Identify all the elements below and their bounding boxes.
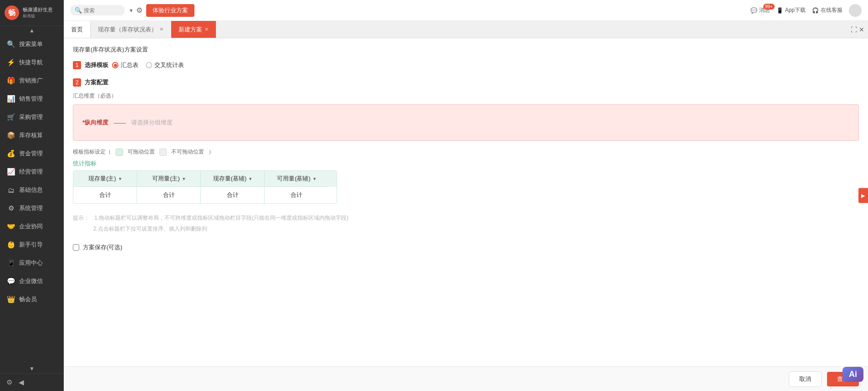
template-radio-group: 汇总表 交叉统计表 xyxy=(112,61,184,69)
save-label: 方案保存(可选) xyxy=(83,243,123,252)
stats-col-1-label: 可用量(主) xyxy=(152,175,180,183)
tab-new-scheme-close[interactable]: ✕ xyxy=(204,26,209,32)
stats-header-cell-3[interactable]: 可用量(基辅) ▾ xyxy=(265,171,328,187)
radio-summary-circle xyxy=(112,62,118,68)
stats-header-cell-0[interactable]: 现存量(主) ▾ xyxy=(73,171,137,187)
user-avatar[interactable] xyxy=(849,4,862,17)
col-1-dropdown-icon[interactable]: ▾ xyxy=(183,176,185,182)
online-service-label: 在线客服 xyxy=(821,6,842,14)
stats-body-cell-2: 合计 xyxy=(201,187,264,203)
dimension-label: 汇总维度（必选） xyxy=(73,92,859,100)
tab-inventory[interactable]: 现存量（库存状况表） ✕ xyxy=(91,21,171,38)
col-0-dropdown-icon[interactable]: ▾ xyxy=(119,176,122,182)
stats-body-cell-3: 合计 xyxy=(265,187,328,203)
app-download-item[interactable]: 📱 App下载 xyxy=(776,6,806,14)
quick-nav-icon: ⚡ xyxy=(6,58,15,67)
vertical-dimension-zone[interactable]: *纵向维度 —— 请选择分组维度 xyxy=(73,104,859,141)
save-row: 方案保存(可选) xyxy=(73,243,859,252)
stats-header-cell-2[interactable]: 现存量(基辅) ▾ xyxy=(201,171,264,187)
scroll-up-arrow[interactable]: ▲ xyxy=(0,26,64,35)
stats-body-col-1: 合计 xyxy=(137,187,201,203)
tab-expand-area: ⛶ ✕ xyxy=(851,26,868,33)
right-edge-button[interactable]: ▶ xyxy=(858,188,868,203)
sidebar-item-wechat[interactable]: 💬 企业微信 xyxy=(0,272,64,290)
tab-inventory-close[interactable]: ✕ xyxy=(159,26,163,32)
sidebar-item-cooperation[interactable]: 🤝 企业协同 xyxy=(0,217,64,236)
sidebar-item-label: 营销推广 xyxy=(19,77,43,85)
can-drag-text: 可拖动位置 xyxy=(128,148,155,156)
sidebar-item-label: 企业协同 xyxy=(19,222,43,231)
cancel-button[interactable]: 取消 xyxy=(789,371,822,387)
tab-bar: 首页 现存量（库存状况表） ✕ 新建方案 ✕ ⛶ ✕ xyxy=(64,21,868,38)
stats-col-1: 可用量(主) ▾ xyxy=(137,171,201,187)
metrics-label-text: 模板指标设定（ xyxy=(73,148,111,156)
step2-title: 方案配置 xyxy=(85,78,108,87)
topbar-settings-icon[interactable]: ⚙ xyxy=(136,6,143,15)
sidebar-bottom: ⚙ ◀ xyxy=(0,373,64,391)
vertical-dimension-content: *纵向维度 —— 请选择分组维度 xyxy=(82,118,173,127)
messages-badge: 99+ xyxy=(763,4,775,10)
tip-0-text: 1.拖动标题栏可以调整布局，不可跨维度或指标区域拖动栏目字段(只能在同一维度或指… xyxy=(94,215,348,221)
scroll-down-arrow[interactable]: ▼ xyxy=(0,364,64,373)
main-area: 🔍 ▾ ⚙ 体验行业方案 💬 消息 99+ 📱 App下载 🎧 在线客服 xyxy=(64,0,868,391)
app-center-icon: 📱 xyxy=(6,259,15,267)
col-3-dropdown-icon[interactable]: ▾ xyxy=(313,176,316,182)
sidebar-item-guide[interactable]: 👶 新手引导 xyxy=(0,236,64,254)
tip-line-0: 提示： 1.拖动标题栏可以调整布局，不可跨维度或指标区域拖动栏目字段(只能在同一… xyxy=(73,212,859,223)
topbar-left: 🔍 ▾ ⚙ 体验行业方案 xyxy=(70,4,746,17)
sales-icon: 📊 xyxy=(6,95,15,103)
stats-table-body-row: 合计 合计 合计 合计 xyxy=(73,187,337,203)
stats-table-header-row: 现存量(主) ▾ 可用量(主) ▾ 现存量(基辅) ▾ xyxy=(73,171,337,187)
sidebar-item-basic-info[interactable]: 🗂 基础信息 xyxy=(0,181,64,199)
tab-close-all-icon[interactable]: ✕ xyxy=(859,26,864,33)
sidebar-item-label: 基础信息 xyxy=(19,186,43,194)
drag-indicator xyxy=(116,149,123,156)
ai-badge[interactable]: Ai xyxy=(842,367,863,382)
finance-icon: 💰 xyxy=(6,149,15,158)
headset-icon: 🎧 xyxy=(812,7,819,14)
save-checkbox[interactable] xyxy=(73,244,79,251)
radio-crosstab-circle xyxy=(146,62,152,68)
messages-item[interactable]: 💬 消息 99+ xyxy=(751,6,770,14)
sidebar-item-inventory[interactable]: 📦 库存核算 xyxy=(0,126,64,144)
trial-button[interactable]: 体验行业方案 xyxy=(146,4,194,17)
tab-home[interactable]: 首页 xyxy=(64,21,91,38)
radio-crosstab-label: 交叉统计表 xyxy=(154,61,184,69)
metrics-label-row: 模板指标设定（ 可拖动位置 不可拖动位置 ） xyxy=(73,148,859,156)
step1-section: 1 选择模板 汇总表 交叉统计表 xyxy=(73,61,859,69)
sidebar-item-label: 畅会员 xyxy=(19,295,37,304)
sidebar-item-quick-nav[interactable]: ⚡ 快捷导航 xyxy=(0,53,64,72)
collapse-icon[interactable]: ◀ xyxy=(19,378,24,386)
vertical-dimension-sep: —— xyxy=(114,119,126,126)
stats-col-2: 现存量(基辅) ▾ xyxy=(201,171,265,187)
sidebar-item-member[interactable]: 👑 畅会员 xyxy=(0,290,64,309)
footer-bar: 取消 查询 xyxy=(64,366,868,391)
metrics-label-close: ） xyxy=(209,148,214,156)
online-service-item[interactable]: 🎧 在线客服 xyxy=(812,6,842,14)
col-2-dropdown-icon[interactable]: ▾ xyxy=(249,176,252,182)
wechat-icon: 💬 xyxy=(6,277,15,285)
sidebar-item-system[interactable]: ⚙ 系统管理 xyxy=(0,199,64,217)
sidebar-item-operation[interactable]: 📈 经营管理 xyxy=(0,163,64,181)
radio-summary-label: 汇总表 xyxy=(121,61,138,69)
tab-new-scheme[interactable]: 新建方案 ✕ xyxy=(171,21,216,38)
no-drag-indicator xyxy=(159,149,167,156)
topbar-dropdown[interactable]: ▾ xyxy=(128,7,133,14)
search-input[interactable] xyxy=(84,7,120,14)
sidebar-item-search[interactable]: 🔍 搜索菜单 xyxy=(0,35,64,53)
sidebar-item-marketing[interactable]: 🎁 营销推广 xyxy=(0,72,64,90)
radio-summary[interactable]: 汇总表 xyxy=(112,61,138,69)
sidebar-item-sales[interactable]: 📊 销售管理 xyxy=(0,90,64,108)
sidebar-item-finance[interactable]: 💰 资金管理 xyxy=(0,144,64,163)
step2-header: 2 方案配置 xyxy=(73,78,859,87)
radio-crosstab[interactable]: 交叉统计表 xyxy=(146,61,184,69)
sidebar-item-purchase[interactable]: 🛒 采购管理 xyxy=(0,108,64,126)
stats-header-cell-1[interactable]: 可用量(主) ▾ xyxy=(137,171,200,187)
search-box[interactable]: 🔍 xyxy=(70,5,125,15)
sidebar: 畅 畅康通好生意 标准版 ▲ 🔍 搜索菜单 ⚡ 快捷导航 🎁 营销推广 📊 销售… xyxy=(0,0,64,391)
settings-bottom-icon[interactable]: ⚙ xyxy=(6,378,12,386)
step1-header: 1 选择模板 汇总表 交叉统计表 xyxy=(73,61,859,69)
stats-body-cell-0: 合计 xyxy=(73,187,137,203)
tab-maximize-icon[interactable]: ⛶ xyxy=(851,26,857,33)
sidebar-item-app-center[interactable]: 📱 应用中心 xyxy=(0,254,64,272)
